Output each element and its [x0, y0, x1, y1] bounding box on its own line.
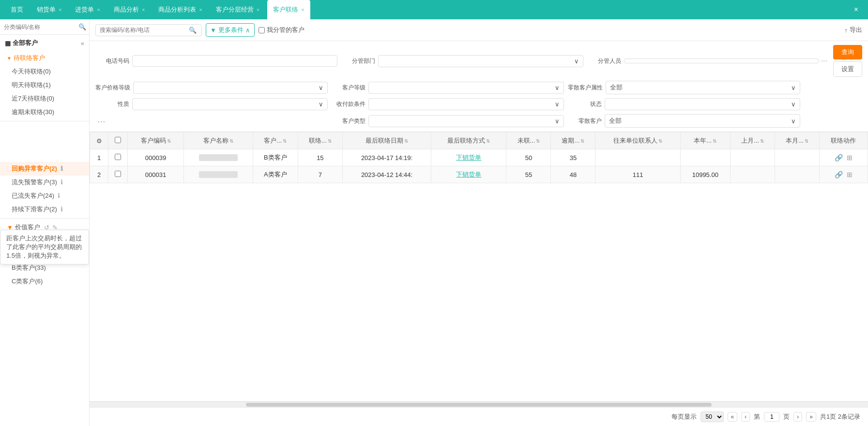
col-checkbox[interactable] — [108, 132, 128, 149]
filter-phone-label: 电话号码 — [95, 57, 129, 65]
col-code[interactable]: 客户编码⇅ — [128, 132, 183, 149]
my-customers-checkbox-label[interactable]: 我分管的客户 — [259, 26, 305, 34]
sidebar-search-input[interactable] — [4, 24, 76, 30]
sidebar-item-declining[interactable]: 持续下滑客户(2) ℹ — [0, 203, 89, 216]
tab-sales-close[interactable]: × — [59, 7, 61, 13]
tab-pal-close[interactable]: × — [199, 7, 202, 13]
sidebar-collapse-btn[interactable]: « — [81, 40, 84, 47]
top-nav: 首页 销货单 × 进货单 × 商品分析 × 商品分析列表 × 客户分层经营 × … — [0, 0, 868, 19]
filter-dept-arrow: ∨ — [574, 58, 579, 65]
filter-dept: 分管部门 ∨ — [341, 55, 583, 67]
filter-nature-select[interactable]: ∨ — [132, 98, 328, 110]
tab-customer-contact[interactable]: 客户联络 × — [267, 0, 310, 19]
window-close-button[interactable]: × — [849, 5, 863, 14]
row2-grid-icon[interactable]: ⊞ — [847, 171, 853, 178]
tab-pa-label: 商品分析 — [114, 5, 139, 14]
tab-sales-order[interactable]: 销货单 × — [31, 0, 67, 19]
filter-phone-input[interactable] — [132, 55, 337, 67]
scrollbar-thumb[interactable] — [246, 403, 712, 407]
row1-grid-icon[interactable]: ⊞ — [847, 154, 853, 162]
sidebar-item-churn-warning[interactable]: 流失预警客户(3) ℹ — [0, 176, 89, 189]
sidebar-item-class-c[interactable]: C类客户(6) — [0, 275, 89, 288]
col-last-date[interactable]: 最后联络日期⇅ — [342, 132, 431, 149]
filter-retail-select[interactable]: 全部 ∨ — [605, 114, 800, 128]
sidebar-item-today[interactable]: 今天待联络(0) — [0, 65, 89, 78]
sidebar-item-tomorrow[interactable]: 明天待联络(1) — [0, 78, 89, 92]
filter-dept-select[interactable]: ∨ — [378, 55, 583, 67]
prev-page-button[interactable]: ‹ — [741, 412, 750, 422]
filter-price-select[interactable]: ∨ — [133, 82, 328, 94]
filter-status-arrow: ∨ — [791, 101, 796, 108]
row1-link-icon[interactable]: 🔗 — [835, 154, 843, 162]
col-unit-contact[interactable]: 往来单位联系人⇅ — [595, 132, 680, 149]
col-name[interactable]: 客户名称⇅ — [183, 132, 253, 149]
tab-cs-close[interactable]: × — [257, 7, 259, 13]
tab-customer-segment[interactable]: 客户分层经营 × — [210, 0, 265, 19]
current-page-input[interactable] — [764, 412, 779, 422]
sidebar-search[interactable]: 🔍 — [0, 19, 89, 35]
row2-checkbox[interactable] — [115, 171, 121, 177]
sidebar-item-overdue[interactable]: 逾期未联络(30) — [0, 105, 89, 119]
tab-purchase-order[interactable]: 进货单 × — [69, 0, 106, 19]
tab-purchase-label: 进货单 — [75, 5, 94, 14]
table-body: 1 000039 B类客户 15 2023-04-17 14:19: 下销货单 … — [90, 149, 868, 183]
filter-payment-select[interactable]: ∨ — [368, 98, 564, 110]
row1-checkbox[interactable] — [115, 154, 121, 160]
next-page-button[interactable]: › — [793, 412, 802, 422]
col-last-method-label: 最后联络方式 — [447, 136, 485, 145]
tab-product-analysis[interactable]: 商品分析 × — [108, 0, 151, 19]
filter-manager-dots[interactable]: ··· — [819, 57, 829, 65]
export-button[interactable]: ↑ 导出 — [845, 26, 863, 34]
filter-status-select[interactable]: ∨ — [605, 98, 800, 110]
filter-ctype-select[interactable]: ∨ — [368, 115, 564, 127]
col-contact-count[interactable]: 联络...⇅ — [298, 132, 342, 149]
sidebar-item-repurchase-abnormal[interactable]: 回购异常客户(2) ℹ — [0, 162, 89, 176]
tab-home[interactable]: 首页 — [5, 0, 29, 19]
my-customers-checkbox[interactable] — [259, 27, 265, 33]
filter-retail-value: 全部 — [609, 117, 622, 125]
horizontal-scrollbar[interactable] — [90, 401, 868, 407]
col-this-month[interactable]: 本月...⇅ — [775, 132, 819, 149]
col-uncontacted[interactable]: 未联...⇅ — [506, 132, 551, 149]
main-search-icon[interactable]: 🔍 — [189, 27, 197, 34]
filter-more-dots-btn[interactable]: ··· — [95, 116, 107, 127]
row1-last-method[interactable]: 下销货单 — [431, 149, 506, 166]
tab-purchase-close[interactable]: × — [97, 7, 100, 13]
last-page-button[interactable]: » — [806, 412, 816, 422]
settings-icon[interactable]: ⚙ — [96, 137, 102, 145]
filter-clevel-select[interactable]: ∨ — [368, 82, 564, 94]
row1-method-link[interactable]: 下销货单 — [456, 154, 481, 161]
sidebar-item-7days[interactable]: 近7天待联络(0) — [0, 92, 89, 105]
sidebar-item-churned[interactable]: 已流失客户(24) ℹ — [0, 189, 89, 203]
col-type[interactable]: 客户...⇅ — [253, 132, 298, 149]
col-annual[interactable]: 本年...⇅ — [680, 132, 730, 149]
pending-group[interactable]: ▼ 待联络客户 — [0, 51, 89, 65]
main-search-input[interactable] — [100, 27, 187, 33]
filter-manager-select[interactable] — [624, 59, 819, 63]
col-last-date-sort-icon: ⇅ — [404, 138, 408, 144]
query-button[interactable]: 查询 — [833, 45, 862, 59]
tab-product-analysis-list[interactable]: 商品分析列表 × — [152, 0, 208, 19]
main-search-box[interactable]: 🔍 — [95, 24, 202, 36]
row2-checkbox-cell[interactable] — [108, 166, 128, 183]
filter-panel: 电话号码 分管部门 ∨ 分管人员 ··· — [90, 41, 868, 132]
row2-method-link[interactable]: 下销货单 — [456, 171, 481, 178]
tab-pa-close[interactable]: × — [142, 7, 145, 13]
col-overdue[interactable]: 逾期...⇅ — [551, 132, 595, 149]
row2-last-method[interactable]: 下销货单 — [431, 166, 506, 183]
select-all-checkbox[interactable] — [115, 137, 121, 143]
row2-link-icon[interactable]: 🔗 — [835, 171, 843, 178]
settings-button[interactable]: 设置 — [833, 61, 862, 77]
first-page-button[interactable]: « — [728, 412, 738, 422]
col-last-method[interactable]: 最后联络方式⇅ — [431, 132, 506, 149]
col-name-sort-icon: ⇅ — [229, 138, 233, 144]
col-last-month[interactable]: 上月...⇅ — [730, 132, 775, 149]
sidebar-search-icon[interactable]: 🔍 — [78, 23, 86, 30]
filter-retail-attr-select[interactable]: 全部 ∨ — [606, 81, 800, 94]
more-filter-button[interactable]: ▼ 更多条件 ∧ — [206, 23, 255, 37]
tab-cc-close[interactable]: × — [301, 7, 304, 13]
col-settings[interactable]: ⚙ — [90, 132, 108, 149]
row1-checkbox-cell[interactable] — [108, 149, 128, 166]
page-size-select[interactable]: 50 — [700, 411, 724, 422]
col-this-month-sort-icon: ⇅ — [805, 138, 808, 144]
